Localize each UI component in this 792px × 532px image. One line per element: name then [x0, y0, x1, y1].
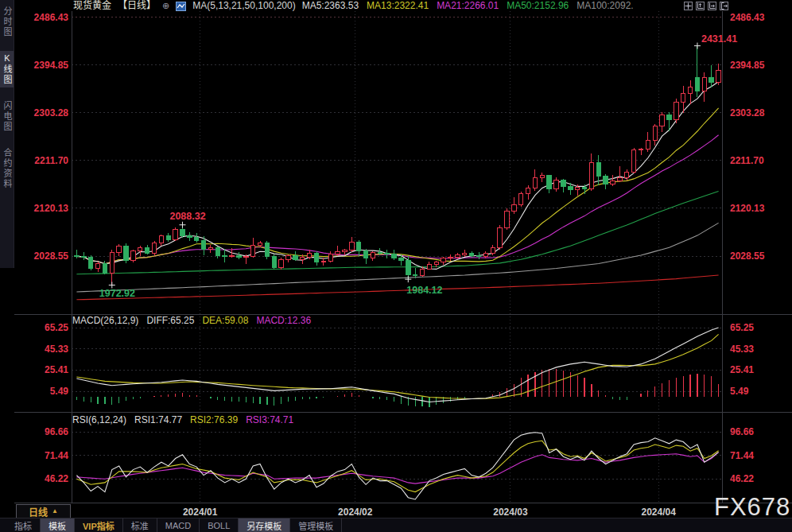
- sidebar-item[interactable]: 分时图: [0, 4, 14, 40]
- symbol-title: 现货黄金: [73, 1, 111, 11]
- grid-layer: [72, 11, 723, 503]
- date-axis-label: 2024/01: [175, 507, 226, 518]
- rsi-header: RSI(6,12,24) RSI1:74.77 RSI2:76.39 RSI3:…: [72, 414, 293, 425]
- period-selector-label: 日线: [29, 505, 48, 518]
- price-axis-label: 2303.28: [730, 107, 764, 118]
- zoom-horizontal-icon[interactable]: [708, 2, 716, 10]
- macd-axis-label: 45.33: [0, 344, 68, 355]
- svg-text:1972.92: 1972.92: [99, 288, 135, 299]
- bottom-tab[interactable]: 另存模板: [239, 518, 290, 532]
- ma-value: MA21:2266.01: [437, 1, 499, 11]
- watermark: FX678: [714, 493, 790, 522]
- ma-config-label: MA(5,13,21,50,100,200): [192, 1, 295, 11]
- rsi-axis-label: 96.66: [0, 426, 68, 437]
- macd-axis-label: 5.49: [730, 386, 748, 397]
- svg-text:1984.12: 1984.12: [406, 285, 442, 296]
- macd-histogram: [76, 369, 718, 407]
- macd-axis-label: 25.41: [0, 364, 68, 375]
- price-axis-label: 2211.70: [730, 155, 764, 166]
- left-sidebar: 分时图K线图闪电图合约资料: [0, 0, 14, 268]
- sidebar-item[interactable]: 闪电图: [0, 99, 14, 134]
- chart-canvas[interactable]: 2088.321972.921984.122431.41: [0, 0, 792, 532]
- zoom-vertical-icon[interactable]: [696, 2, 705, 10]
- ma-value: MA50:2152.96: [507, 1, 569, 11]
- bottom-tab[interactable]: 管理模板: [290, 518, 342, 532]
- svg-text:2088.32: 2088.32: [169, 211, 205, 222]
- macd-axis-label: 65.25: [0, 322, 68, 333]
- period-selector[interactable]: 日线 ▲: [16, 504, 71, 518]
- rsi1-value: RSI1:74.77: [134, 414, 182, 425]
- price-axis-label: 2120.13: [730, 203, 764, 214]
- rsi-axis-label: 96.66: [730, 426, 754, 437]
- chart-toolbar: [684, 2, 728, 10]
- bottom-tab[interactable]: 标准: [123, 518, 157, 532]
- rsi-axis-label: 46.22: [0, 473, 68, 484]
- rsi-axis-label: 46.22: [730, 473, 754, 484]
- trading-app: 2088.321972.921984.122431.41 分时图K线图闪电图合约…: [0, 0, 792, 532]
- sidebar-item[interactable]: 合约资料: [0, 146, 14, 192]
- date-axis-label: 2024/03: [485, 507, 536, 518]
- pan-icon[interactable]: [684, 2, 693, 10]
- chart-header: 现货黄金 【日线】 ⊕ MA(5,13,21,50,100,200) MA5:2…: [73, 1, 634, 11]
- macd-axis-label: 5.49: [0, 386, 68, 397]
- bottom-tab[interactable]: BOLL: [200, 518, 239, 532]
- bottom-tab[interactable]: 指标: [6, 518, 41, 532]
- price-axis-label: 2486.43: [730, 12, 764, 23]
- bottom-tabbar: 指标模板VIP指标标准MACDBOLL另存模板管理模板: [0, 518, 792, 532]
- rsi3-value: RSI3:74.71: [246, 414, 293, 425]
- macd-axis-label: 65.25: [730, 322, 754, 333]
- ma-values: MA5:2363.53MA13:2322.41MA21:2266.01MA50:…: [302, 1, 634, 11]
- rsi2-value: RSI2:76.39: [190, 414, 238, 425]
- rsi-lines: [76, 433, 718, 499]
- pop-out-icon[interactable]: [720, 2, 728, 10]
- rsi-title: RSI(6,12,24): [72, 414, 126, 425]
- macd-axis-label: 25.41: [730, 364, 754, 375]
- svg-text:2431.41: 2431.41: [701, 33, 737, 45]
- macd-header: MACD(26,12,9) DIFF:65.25 DEA:59.08 MACD:…: [72, 315, 311, 326]
- rsi-axis-label: 71.44: [0, 450, 68, 461]
- indicator-chart-icon: [176, 2, 186, 11]
- macd-lines: [76, 328, 718, 402]
- macd-macd-value: MACD:12.36: [256, 315, 311, 326]
- bottom-tab[interactable]: MACD: [157, 518, 200, 532]
- ma-lines-layer: [76, 82, 718, 300]
- rsi-axis-label: 71.44: [730, 450, 754, 461]
- macd-axis-label: 45.33: [730, 344, 754, 355]
- date-axis-label: 2024/04: [633, 507, 684, 518]
- ma-value: MA5:2363.53: [302, 1, 359, 11]
- price-axis-label: 2394.85: [730, 60, 764, 71]
- bottom-tab[interactable]: VIP指标: [75, 518, 123, 532]
- sidebar-item[interactable]: K线图: [0, 51, 14, 87]
- ma-value: MA13:2322.41: [367, 1, 429, 11]
- ma-value: MA100:2092.: [577, 1, 633, 11]
- macd-title: MACD(26,12,9): [72, 315, 138, 326]
- period-dropdown-arrow: ▲: [52, 508, 58, 515]
- macd-dea-value: DEA:59.08: [202, 315, 248, 326]
- candles-layer: [75, 46, 721, 285]
- add-overlay-icon[interactable]: ⊕: [162, 1, 169, 11]
- price-axis-label: 2028.55: [730, 250, 764, 262]
- macd-diff-value: DIFF:65.25: [146, 315, 194, 326]
- bottom-tab[interactable]: 模板: [41, 518, 75, 532]
- period-label: 【日线】: [118, 1, 156, 11]
- date-axis-label: 2024/02: [330, 507, 381, 518]
